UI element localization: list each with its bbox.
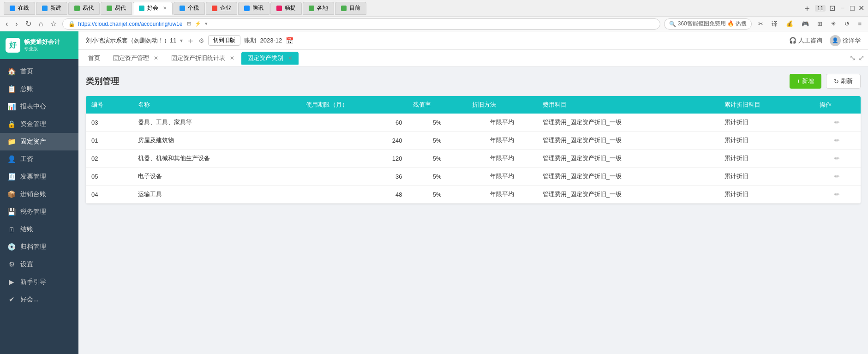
cell-action-4[interactable]: ✏ bbox=[814, 186, 861, 204]
menu-btn[interactable]: ≡ bbox=[855, 19, 864, 28]
sidebar-item-fixed[interactable]: 📁固定资产 bbox=[0, 133, 78, 150]
browser-tab-t1[interactable]: 在线 bbox=[4, 2, 35, 15]
edit-icon-1[interactable]: ✏ bbox=[834, 137, 840, 144]
sidebar-item-close[interactable]: 🗓结账 bbox=[0, 221, 78, 238]
cell-action-2[interactable]: ✏ bbox=[814, 150, 861, 168]
add-category-btn[interactable]: + 新增 bbox=[790, 74, 821, 89]
history-btn[interactable]: ↺ bbox=[842, 19, 852, 28]
page-tab-pt4[interactable]: 固定资产类别✕ bbox=[241, 52, 299, 65]
wallet-btn[interactable]: 💰 bbox=[783, 19, 796, 28]
brightness-btn[interactable]: ☀ bbox=[828, 19, 839, 28]
user-profile-btn[interactable]: 👤 徐泽华 bbox=[830, 35, 861, 46]
browser-tab-t3[interactable]: 易代 bbox=[68, 2, 100, 15]
grid-btn[interactable]: ⊞ bbox=[814, 19, 825, 28]
cell-accumulated-3: 累计折旧 bbox=[719, 168, 814, 186]
page-tab-close-pt3[interactable]: ✕ bbox=[230, 55, 234, 61]
tab-favicon-t10 bbox=[309, 6, 314, 11]
maximize-pane-icon[interactable]: ⤢ bbox=[858, 54, 864, 62]
calendar-icon[interactable]: 📅 bbox=[286, 37, 293, 44]
address-text: https://cloud.chanjet.com/accounting/uw1… bbox=[78, 21, 182, 27]
minimize-pane-icon[interactable]: ⤡ bbox=[850, 54, 856, 62]
sidebar-item-invoice[interactable]: 🧾发票管理 bbox=[0, 168, 78, 186]
minimize-btn[interactable]: － bbox=[839, 3, 846, 13]
add-company-btn[interactable]: ＋ bbox=[186, 35, 195, 46]
browser-tab-t9[interactable]: 畅提 bbox=[270, 2, 302, 15]
cell-method-1: 年限平均 bbox=[467, 132, 538, 150]
browser-tab-t11[interactable]: 目前 bbox=[335, 2, 366, 15]
close-window-btn[interactable]: ✕ bbox=[858, 4, 864, 12]
back-btn[interactable]: ‹ bbox=[4, 19, 10, 29]
sidebar-item-tax[interactable]: 💾税务管理 bbox=[0, 203, 78, 221]
reload-btn[interactable]: ↻ bbox=[24, 18, 33, 29]
cell-action-3[interactable]: ✏ bbox=[814, 168, 861, 186]
user-info-section: 刘小艳演示系套（勿删勿动！）11 ▾ ＋ ⚙ 切到旧版 账期 2023-12 📅 bbox=[86, 35, 784, 46]
col-code: 编号 bbox=[86, 96, 132, 114]
new-tab-btn[interactable]: ＋ bbox=[803, 3, 811, 14]
cell-action-0[interactable]: ✏ bbox=[814, 114, 861, 132]
sidebar-item-archive[interactable]: 💿归档管理 bbox=[0, 238, 78, 256]
game-btn[interactable]: 🎮 bbox=[799, 19, 812, 28]
sidebar-icon-stock: 📦 bbox=[7, 190, 16, 198]
edit-icon-4[interactable]: ✏ bbox=[834, 191, 840, 198]
sidebar-item-ledger[interactable]: 📋总账 bbox=[0, 80, 78, 98]
translate-btn[interactable]: 译 bbox=[769, 19, 780, 29]
content-area: 类别管理 + 新增 ↻ 刷新 编号名称使用期限（月）残值率折旧方法费用科目累计折… bbox=[78, 66, 868, 354]
user-display-name: 徐泽华 bbox=[843, 36, 861, 45]
edit-icon-3[interactable]: ✏ bbox=[834, 173, 840, 180]
sidebar-icon-more: ✔ bbox=[7, 295, 16, 304]
sidebar-item-report[interactable]: 📊报表中心 bbox=[0, 98, 78, 115]
browser-tab-t7[interactable]: 企业 bbox=[206, 2, 237, 15]
page-tab-close-pt2[interactable]: ✕ bbox=[154, 55, 158, 61]
browser-tab-t2[interactable]: 新建 bbox=[36, 2, 67, 15]
main-content: 刘小艳演示系套（勿删勿动！）11 ▾ ＋ ⚙ 切到旧版 账期 2023-12 📅… bbox=[78, 31, 868, 354]
edit-icon-0[interactable]: ✏ bbox=[834, 119, 840, 126]
sidebar-item-stock[interactable]: 📦进销台账 bbox=[0, 186, 78, 203]
browser-tabs: 在线新建易代易代好会✕个税企业腾讯畅提各地目前 bbox=[4, 2, 799, 15]
period-value: 2023-12 bbox=[260, 37, 282, 44]
tab-label-t5: 好会 bbox=[147, 4, 158, 12]
page-tab-close-pt4[interactable]: ✕ bbox=[288, 55, 293, 61]
settings-gear-icon[interactable]: ⚙ bbox=[198, 37, 204, 44]
tab-label-t7: 企业 bbox=[220, 4, 231, 12]
address-bar[interactable]: 🔒 https://cloud.chanjet.com/accounting/u… bbox=[62, 18, 660, 30]
browser-tab-t4[interactable]: 易代 bbox=[101, 2, 132, 15]
bookmark-btn[interactable]: ☆ bbox=[48, 18, 59, 29]
forward-btn[interactable]: › bbox=[13, 19, 19, 29]
browser-tab-t6[interactable]: 个税 bbox=[174, 2, 205, 15]
edit-icon-2[interactable]: ✏ bbox=[834, 155, 840, 162]
consult-btn[interactable]: 🎧 人工咨询 bbox=[789, 36, 822, 45]
sidebar-item-guide[interactable]: ▶新手引导 bbox=[0, 273, 78, 291]
cell-action-1[interactable]: ✏ bbox=[814, 132, 861, 150]
dropdown-icon[interactable]: ▾ bbox=[180, 37, 183, 44]
period-label: 账期 bbox=[244, 36, 256, 45]
browser-tab-t5[interactable]: 好会✕ bbox=[133, 2, 173, 15]
page-tab-pt2[interactable]: 固定资产管理✕ bbox=[107, 52, 164, 65]
page-tab-pt1[interactable]: 首页 bbox=[82, 52, 106, 65]
sidebar-item-salary[interactable]: 👤工资 bbox=[0, 150, 78, 168]
table-header: 编号名称使用期限（月）残值率折旧方法费用科目累计折旧科目操作 bbox=[86, 96, 861, 114]
restore-btn[interactable]: ⊡ bbox=[829, 4, 835, 12]
switch-to-old-btn[interactable]: 切到旧版 bbox=[208, 35, 240, 46]
sidebar-item-capital[interactable]: 🔒资金管理 bbox=[0, 115, 78, 133]
browser-search-box[interactable]: 🔍 360智能抠图免费用 🔥 热搜 bbox=[664, 18, 752, 30]
expand-address-icon[interactable]: ▾ bbox=[205, 21, 208, 27]
sidebar-item-more[interactable]: ✔好会... bbox=[0, 291, 78, 308]
ssl-icon: 🔒 bbox=[68, 21, 75, 27]
cell-expense-2: 管理费用_固定资产折旧_一级 bbox=[537, 150, 718, 168]
boost-icon[interactable]: ⚡ bbox=[195, 21, 201, 27]
home-btn[interactable]: ⌂ bbox=[37, 19, 45, 29]
maximize-btn[interactable]: □ bbox=[850, 4, 855, 12]
sidebar-item-home[interactable]: 🏠首页 bbox=[0, 63, 78, 80]
cell-residual-3: 5% bbox=[407, 168, 466, 186]
sidebar-item-settings[interactable]: ⚙设置 bbox=[0, 256, 78, 273]
search-placeholder-text: 360智能抠图免费用 🔥 热搜 bbox=[678, 20, 747, 28]
site-info-icon[interactable]: ⊞ bbox=[187, 21, 191, 27]
tab-close-t5[interactable]: ✕ bbox=[163, 6, 167, 11]
cell-expense-1: 管理费用_固定资产折旧_一级 bbox=[537, 132, 718, 150]
refresh-btn[interactable]: ↻ 刷新 bbox=[826, 74, 861, 89]
cut-btn[interactable]: ✂ bbox=[755, 19, 766, 28]
cell-period-0: 60 bbox=[300, 114, 408, 132]
browser-tab-t8[interactable]: 腾讯 bbox=[238, 2, 269, 15]
page-tab-pt3[interactable]: 固定资产折旧统计表✕ bbox=[165, 52, 240, 65]
browser-tab-t10[interactable]: 各地 bbox=[303, 2, 334, 15]
